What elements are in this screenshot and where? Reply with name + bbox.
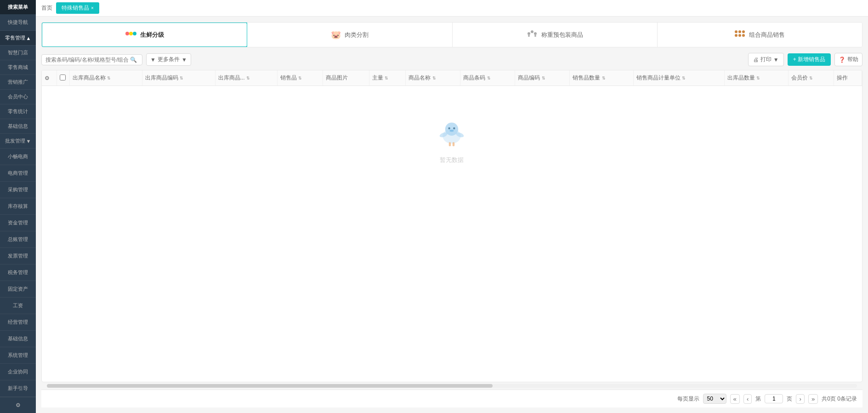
sidebar-item-sales-promo[interactable]: 营销推广 xyxy=(0,75,36,90)
svg-point-0 xyxy=(125,32,129,35)
col-main-unit-label: 主量 xyxy=(372,75,383,81)
sidebar-item-label: 基础信息 xyxy=(8,123,28,130)
sidebar-item-sys-mgmt[interactable]: 系统管理 xyxy=(0,347,36,364)
svg-point-16 xyxy=(448,127,450,129)
total-info: 共0页 0条记录 xyxy=(822,395,857,403)
col-out-code[interactable]: 出库商品编码 ⇅ xyxy=(142,70,216,86)
home-tab[interactable]: 首页 xyxy=(41,4,52,12)
active-tab[interactable]: 特殊销售品 × xyxy=(56,2,99,14)
sidebar-item-label: 采购管理 xyxy=(8,186,28,193)
per-page-select[interactable]: 50 20 100 xyxy=(703,394,726,404)
col-sales-unit[interactable]: 销售商品计量单位 ⇅ xyxy=(633,70,724,86)
help-button[interactable]: ❓ 帮助 xyxy=(834,53,862,66)
settings-button[interactable]: ⚙ xyxy=(0,397,36,413)
sidebar-item-new-guide[interactable]: 新手引导 xyxy=(0,380,36,397)
select-all-checkbox[interactable] xyxy=(60,75,66,80)
top-nav: 首页 特殊销售品 × xyxy=(36,0,868,17)
sidebar-item-purchase-mgmt[interactable]: 采购管理 xyxy=(0,182,36,198)
sidebar-item-basic-info[interactable]: 基础信息 xyxy=(0,119,36,134)
search-box[interactable]: 🔍 xyxy=(41,54,142,65)
svg-point-18 xyxy=(450,130,454,132)
col-member-price-label: 会员价 xyxy=(791,75,808,81)
sort-icon-3: ⇅ xyxy=(246,76,250,80)
page-body: 生鲜分级 🐷 肉类分割 称重预包装商品 xyxy=(36,17,868,413)
sidebar-item-biz-mgmt[interactable]: 经营管理 xyxy=(0,314,36,331)
sidebar-item-smart-store[interactable]: 智慧门店 xyxy=(0,46,36,60)
col-out-name[interactable]: 出库商品名称 ⇅ xyxy=(69,70,142,86)
col-main-unit[interactable]: 主量 ⇅ xyxy=(369,70,406,86)
col-out-qty-label: 出库品数量 xyxy=(727,75,755,81)
sort-icon-9: ⇅ xyxy=(602,76,606,80)
col-barcode[interactable]: 商品条码 ⇅ xyxy=(460,70,515,86)
sidebar-item-quick-nav[interactable]: 快捷导航 xyxy=(0,14,36,31)
col-settings[interactable]: ⚙ xyxy=(42,70,57,86)
tab-combo-sales-label: 组合商品销售 xyxy=(749,31,785,39)
col-out-qty[interactable]: 出库品数量 ⇅ xyxy=(724,70,788,86)
empty-state: 暂无数据 xyxy=(42,86,862,192)
sidebar-item-salary[interactable]: 工资 xyxy=(0,298,36,314)
sidebar-item-retail-mall[interactable]: 零售商城 xyxy=(0,60,36,75)
main-content: 首页 特殊销售品 × 生鲜分级 🐷 肉类分 xyxy=(36,0,868,413)
tab-meat-cut[interactable]: 🐷 肉类分割 xyxy=(247,23,452,47)
col-item-image-label: 商品图片 xyxy=(326,75,348,81)
sidebar-item-invoice-mgmt[interactable]: 发票管理 xyxy=(0,248,36,264)
sidebar-item-basic-info2[interactable]: 基础信息 xyxy=(0,331,36,347)
sort-icon-8: ⇅ xyxy=(542,76,545,80)
sidebar-item-label: 税务管理 xyxy=(8,269,28,276)
col-item-name[interactable]: 商品名称 ⇅ xyxy=(406,70,460,86)
svg-point-9 xyxy=(738,30,741,33)
data-table: ⚙ 出库商品名称 ⇅ 出库商品编码 ⇅ xyxy=(42,70,862,192)
svg-point-8 xyxy=(735,30,738,33)
search-input[interactable] xyxy=(45,57,128,63)
sidebar-item-mini-ecom[interactable]: 小畅电商 xyxy=(0,149,36,165)
sidebar: 搜索菜单 快捷导航 零售管理 ▲ 智慧门店 零售商城 营销推广 会员中心 零售统… xyxy=(0,0,36,413)
sidebar-item-label: 系统管理 xyxy=(8,352,28,359)
sidebar-item-wholesale-mgmt[interactable]: 批发管理 ▼ xyxy=(0,134,36,149)
page-suffix-label: 页 xyxy=(787,395,792,403)
sidebar-item-ledger-mgmt[interactable]: 总账管理 xyxy=(0,231,36,248)
col-sales-qty[interactable]: 销售品数量 ⇅ xyxy=(570,70,634,86)
sidebar-item-label: 库存核算 xyxy=(8,203,28,210)
tab-close-button[interactable]: × xyxy=(91,6,94,11)
tab-weigh-prepack[interactable]: 称重预包装商品 xyxy=(453,23,658,47)
col-checkbox[interactable] xyxy=(57,70,69,86)
sidebar-item-member-center[interactable]: 会员中心 xyxy=(0,90,36,104)
page-input[interactable] xyxy=(765,394,783,403)
prev-page-button[interactable]: ‹ xyxy=(743,394,752,404)
sidebar-item-fixed-assets[interactable]: 固定资产 xyxy=(0,281,36,298)
next-page-button[interactable]: › xyxy=(796,394,804,404)
sidebar-item-retail-mgmt[interactable]: 零售管理 ▲ xyxy=(0,31,36,46)
print-button[interactable]: 🖨 打印 ▼ xyxy=(748,53,784,66)
active-tab-label: 特殊销售品 xyxy=(62,4,89,12)
sidebar-item-inventory[interactable]: 库存核算 xyxy=(0,198,36,215)
weigh-prepack-icon xyxy=(527,29,538,40)
chevron-icon-2: ▼ xyxy=(26,138,31,144)
sidebar-item-label: 总账管理 xyxy=(8,236,28,243)
col-action-label: 操作 xyxy=(837,75,848,81)
horizontal-scrollbar[interactable] xyxy=(47,384,857,388)
col-item-code[interactable]: 商品编码 ⇅ xyxy=(515,70,570,86)
per-page-label: 每页显示 xyxy=(677,395,699,403)
sidebar-item-label: 电商管理 xyxy=(8,170,28,177)
col-out-name-label: 出库商品名称 xyxy=(73,75,106,81)
sidebar-item-ecom-mgmt[interactable]: 电商管理 xyxy=(0,165,36,182)
filter-button[interactable]: ▼ 更多条件 ▼ xyxy=(146,53,191,66)
col-member-price[interactable]: 会员价 ⇅ xyxy=(788,70,834,86)
col-out-spec[interactable]: 出库商品... ⇅ xyxy=(215,70,278,86)
sidebar-item-tax-mgmt[interactable]: 税务管理 xyxy=(0,264,36,281)
first-page-button[interactable]: « xyxy=(730,394,740,404)
sidebar-item-biz-protocol[interactable]: 企业协同 xyxy=(0,364,36,380)
tab-combo-sales[interactable]: 组合商品销售 xyxy=(658,23,862,47)
add-sales-item-button[interactable]: + 新增销售品 xyxy=(788,53,831,66)
tab-fresh-grade[interactable]: 生鲜分级 xyxy=(41,22,248,47)
empty-text: 暂无数据 xyxy=(440,156,464,164)
col-out-spec-label: 出库商品... xyxy=(218,75,245,81)
col-sales-item[interactable]: 销售品 ⇅ xyxy=(278,70,323,86)
sidebar-item-retail-stats[interactable]: 零售统计 xyxy=(0,104,36,119)
last-page-button[interactable]: » xyxy=(808,394,818,404)
col-item-image: 商品图片 xyxy=(323,70,369,86)
filter-icon: ▼ xyxy=(150,57,156,63)
sidebar-item-capital-mgmt[interactable]: 资金管理 xyxy=(0,215,36,231)
scrollbar-thumb xyxy=(47,384,493,388)
svg-rect-21 xyxy=(449,142,451,146)
